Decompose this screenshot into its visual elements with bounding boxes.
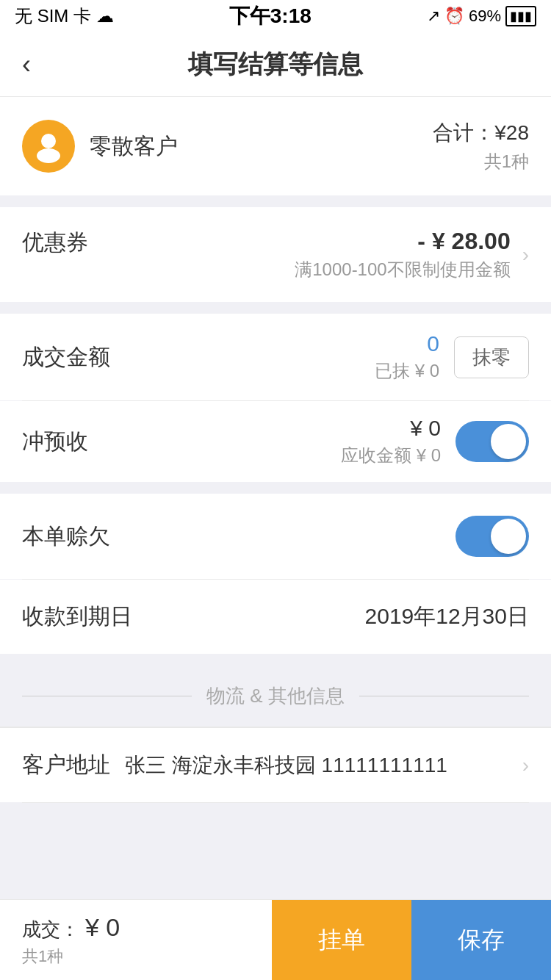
prepay-toggle[interactable] bbox=[455, 421, 529, 462]
coupon-sub: 满1000-100不限制使用金额 bbox=[295, 258, 510, 281]
address-label: 客户地址 bbox=[22, 750, 110, 780]
bottom-total-line: 成交： ¥ 0 bbox=[22, 913, 250, 943]
prepay-value-col: ¥ 0 应收金额 ¥ 0 bbox=[341, 416, 441, 467]
deal-amount-sub: 已抹 ¥ 0 bbox=[375, 359, 439, 383]
svg-point-1 bbox=[37, 148, 60, 163]
address-row[interactable]: 客户地址 张三 海淀永丰科技园 11111111111 › bbox=[0, 728, 551, 802]
avatar bbox=[22, 120, 75, 173]
deal-amount-label: 成交金额 bbox=[22, 342, 110, 372]
status-time: 下午3:18 bbox=[229, 2, 311, 30]
back-button[interactable]: ‹ bbox=[22, 49, 31, 80]
alarm-icon: ⏰ bbox=[444, 7, 464, 26]
deal-amount-right: 0 已抹 ¥ 0 抹零 bbox=[375, 331, 529, 383]
prepay-sub: 应收金额 ¥ 0 bbox=[341, 444, 441, 467]
coupon-label: 优惠券 bbox=[22, 228, 88, 258]
customer-count: 共1种 bbox=[433, 150, 529, 173]
customer-total: 合计：¥28 bbox=[433, 119, 529, 147]
bottom-total-value: ¥ 0 bbox=[85, 913, 120, 942]
prepay-label: 冲预收 bbox=[22, 427, 88, 457]
coupon-row[interactable]: 优惠券 - ¥ 28.00 满1000-100不限制使用金额 › bbox=[0, 207, 551, 302]
deal-amount-row: 成交金额 0 已抹 ¥ 0 抹零 bbox=[0, 314, 551, 400]
customer-left: 零散客户 bbox=[22, 120, 178, 173]
credit-toggle-knob bbox=[491, 519, 526, 554]
prepay-value: ¥ 0 bbox=[341, 416, 441, 441]
divider-6 bbox=[0, 654, 551, 666]
header-line-right bbox=[359, 696, 529, 696]
due-date-value: 2019年12月30日 bbox=[365, 602, 529, 632]
coupon-right: - ¥ 28.00 满1000-100不限制使用金额 › bbox=[295, 228, 529, 281]
address-chevron: › bbox=[522, 754, 529, 777]
customer-right: 合计：¥28 共1种 bbox=[433, 119, 529, 173]
bottom-info: 成交： ¥ 0 共1种 bbox=[0, 913, 272, 968]
logistics-label: 物流 & 其他信息 bbox=[206, 683, 345, 709]
sim-label: 无 SIM 卡 ☁ bbox=[15, 4, 114, 28]
bottom-total-label: 成交： bbox=[22, 917, 79, 943]
due-date-label: 收款到期日 bbox=[22, 602, 132, 632]
coupon-value-col: - ¥ 28.00 满1000-100不限制使用金额 bbox=[295, 228, 510, 281]
customer-row: 零散客户 合计：¥28 共1种 bbox=[0, 97, 551, 195]
battery-icon: ▮▮▮ bbox=[505, 6, 536, 26]
divider-4 bbox=[0, 482, 551, 494]
status-right: ↗ ⏰ 69% ▮▮▮ bbox=[427, 6, 536, 26]
save-button[interactable]: 保存 bbox=[411, 900, 551, 981]
svg-point-0 bbox=[41, 134, 56, 148]
deal-value-col: 0 已抹 ¥ 0 bbox=[375, 331, 439, 383]
header-line-left bbox=[22, 696, 192, 696]
credit-toggle[interactable] bbox=[455, 516, 529, 557]
page-title: 填写结算等信息 bbox=[188, 48, 363, 82]
coupon-chevron: › bbox=[522, 243, 529, 267]
bottom-bar: 成交： ¥ 0 共1种 挂单 保存 bbox=[0, 899, 551, 980]
nav-bar: ‹ 填写结算等信息 bbox=[0, 32, 551, 97]
battery-label: 69% bbox=[469, 7, 501, 26]
logistics-section-header: 物流 & 其他信息 bbox=[0, 666, 551, 727]
status-left: 无 SIM 卡 ☁ bbox=[15, 4, 114, 28]
prepay-row: 冲预收 ¥ 0 应收金额 ¥ 0 bbox=[0, 401, 551, 482]
hold-button[interactable]: 挂单 bbox=[272, 900, 411, 981]
divider-2 bbox=[0, 302, 551, 314]
prepay-toggle-knob bbox=[491, 424, 526, 459]
coupon-value: - ¥ 28.00 bbox=[295, 228, 510, 255]
divider-1 bbox=[0, 195, 551, 207]
address-value: 张三 海淀永丰科技园 11111111111 bbox=[125, 752, 522, 779]
credit-label: 本单赊欠 bbox=[22, 522, 110, 552]
divider-8 bbox=[22, 802, 529, 803]
content-area: 零散客户 合计：¥28 共1种 优惠券 - ¥ 28.00 满1000-100不… bbox=[0, 97, 551, 898]
due-date-row: 收款到期日 2019年12月30日 bbox=[0, 580, 551, 654]
status-bar: 无 SIM 卡 ☁ 下午3:18 ↗ ⏰ 69% ▮▮▮ bbox=[0, 0, 551, 32]
prepay-right: ¥ 0 应收金额 ¥ 0 bbox=[341, 416, 529, 467]
credit-row: 本单赊欠 bbox=[0, 494, 551, 579]
customer-name: 零散客户 bbox=[90, 131, 178, 162]
deal-amount-value: 0 bbox=[375, 331, 439, 356]
location-icon: ↗ bbox=[427, 7, 440, 26]
maling-button[interactable]: 抹零 bbox=[454, 336, 529, 378]
bottom-count: 共1种 bbox=[22, 945, 250, 968]
